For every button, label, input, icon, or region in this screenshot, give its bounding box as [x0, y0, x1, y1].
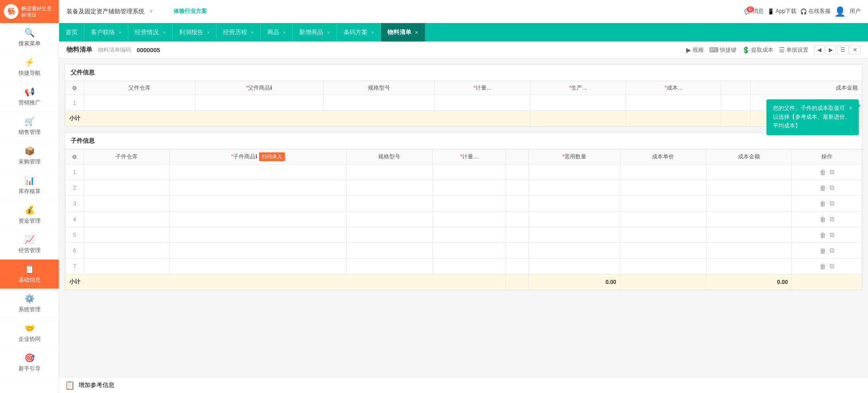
child-warehouse-cell-3[interactable]	[84, 196, 170, 212]
child-spec-cell-4[interactable]	[346, 212, 432, 227]
child-product-cell-5[interactable]	[169, 227, 346, 243]
sidebar-item-basicinfo[interactable]: 📋 基础信息	[0, 260, 59, 289]
child-warehouse-cell-6[interactable]	[84, 243, 170, 259]
parent-product-cell[interactable]	[195, 95, 323, 111]
copy-row-4-button[interactable]: ⧉	[829, 214, 835, 224]
child-unit-cost-cell-6[interactable]	[620, 243, 706, 259]
tab-经营情况[interactable]: 经营情况×	[128, 23, 172, 42]
sidebar-item-operations[interactable]: 📈 经营管理	[0, 230, 59, 260]
child-needed-qty-cell-7[interactable]	[528, 259, 620, 274]
sidebar-item-inventory[interactable]: 📊 库存核算	[0, 171, 59, 200]
sidebar-item-system[interactable]: ⚙️ 系统管理	[0, 289, 59, 319]
delete-row-6-button[interactable]: 🗑	[819, 246, 827, 255]
tab-利润报告[interactable]: 利润报告×	[173, 23, 217, 42]
copy-row-1-button[interactable]: ⧉	[829, 167, 835, 177]
child-warehouse-cell-7[interactable]	[84, 259, 170, 274]
tab-物料清单[interactable]: 物料清单×	[381, 23, 425, 42]
child-needed-qty-cell-5[interactable]	[528, 227, 620, 243]
child-spec-cell-1[interactable]	[346, 164, 432, 180]
child-spec-cell-3[interactable]	[346, 196, 432, 212]
video-button[interactable]: ▶ 视频	[686, 46, 704, 54]
child-unit-cost-cell-5[interactable]	[620, 227, 706, 243]
delete-row-7-button[interactable]: 🗑	[819, 261, 827, 271]
scan-input-button[interactable]: 扫码录入	[259, 152, 285, 161]
child-warehouse-cell-4[interactable]	[84, 212, 170, 227]
copy-row-5-button[interactable]: ⧉	[829, 230, 835, 240]
child-unit-cost-cell-3[interactable]	[620, 196, 706, 212]
child-qty-unit-cell-5[interactable]	[432, 227, 506, 243]
sidebar-item-quicknav[interactable]: ⚡ 快捷导航	[0, 53, 59, 82]
sidebar-item-search[interactable]: 🔍 搜索菜单	[0, 23, 59, 53]
online-service-button[interactable]: 🎧 在线客服	[800, 7, 831, 15]
child-needed-qty-cell-3[interactable]	[528, 196, 620, 212]
parent-cost-cell[interactable]	[626, 95, 721, 111]
copy-row-2-button[interactable]: ⧉	[829, 183, 835, 193]
parent-spec-cell[interactable]	[323, 95, 434, 111]
child-qty-unit-cell-2[interactable]	[432, 180, 506, 196]
child-unit-cost-cell-4[interactable]	[620, 212, 706, 227]
child-qty-unit-cell-7[interactable]	[432, 259, 506, 274]
child-spec-cell-5[interactable]	[346, 227, 432, 243]
child-warehouse-cell-1[interactable]	[84, 164, 170, 180]
sidebar-item-guide[interactable]: 🎯 新手引导	[0, 348, 59, 378]
child-needed-qty-cell-4[interactable]	[528, 212, 620, 227]
tab-条码方案[interactable]: 条码方案×	[337, 23, 381, 42]
delete-row-5-button[interactable]: 🗑	[819, 230, 827, 240]
delete-row-1-button[interactable]: 🗑	[819, 167, 827, 177]
child-product-cell-1[interactable]	[169, 164, 346, 180]
child-unit-cost-cell-7[interactable]	[620, 259, 706, 274]
app-download-button[interactable]: 📱 App下载	[767, 7, 796, 15]
tab-首页[interactable]: 首页	[59, 23, 84, 42]
delete-row-3-button[interactable]: 🗑	[819, 199, 827, 208]
tab-close[interactable]: ×	[415, 30, 418, 35]
child-unit-cost-cell-1[interactable]	[620, 164, 706, 180]
messages-button[interactable]: 💬 6 消息	[744, 7, 764, 15]
delete-row-2-button[interactable]: 🗑	[819, 183, 827, 193]
extract-cost-button[interactable]: 💲 提取成本	[742, 46, 773, 54]
child-product-cell-6[interactable]	[169, 243, 346, 259]
copy-row-3-button[interactable]: ⧉	[829, 199, 835, 208]
delete-row-4-button[interactable]: 🗑	[819, 214, 827, 224]
sidebar-item-sales[interactable]: 🛒 销售管理	[0, 112, 59, 141]
single-settings-button[interactable]: ☰ 单据设置	[779, 46, 808, 54]
parent-warehouse-cell[interactable]	[84, 95, 195, 111]
child-needed-qty-cell-2[interactable]	[528, 180, 620, 196]
sidebar-item-enterprise[interactable]: 🤝 企业协同	[0, 319, 59, 348]
child-product-cell-2[interactable]	[169, 180, 346, 196]
tab-商品[interactable]: 商品×	[261, 23, 293, 42]
experience-plan-button[interactable]: 体验行业方案	[168, 6, 212, 17]
avatar[interactable]: 👤	[834, 6, 846, 17]
child-spec-cell-7[interactable]	[346, 259, 432, 274]
copy-row-6-button[interactable]: ⧉	[829, 246, 835, 255]
tab-新增商品[interactable]: 新增商品×	[293, 23, 337, 42]
tab-close[interactable]: ×	[283, 30, 286, 35]
child-product-cell-3[interactable]	[169, 196, 346, 212]
parent-prod-cell[interactable]	[530, 95, 626, 111]
tab-close[interactable]: ×	[371, 30, 374, 35]
child-qty-unit-cell-6[interactable]	[432, 243, 506, 259]
sidebar-item-marketing[interactable]: 📢 营销推广	[0, 82, 59, 112]
tab-经营历程[interactable]: 经营历程×	[217, 23, 260, 42]
menu-button[interactable]: ☰	[837, 45, 849, 54]
close-page-button[interactable]: ✕	[850, 45, 861, 54]
tooltip-close-button[interactable]: ×	[849, 104, 852, 113]
sidebar-item-purchase[interactable]: 📦 采购管理	[0, 141, 59, 171]
child-warehouse-cell-5[interactable]	[84, 227, 170, 243]
tab-close[interactable]: ×	[119, 30, 121, 35]
prev-page-button[interactable]: ◀	[814, 45, 825, 54]
copy-row-7-button[interactable]: ⧉	[829, 261, 835, 271]
child-spec-cell-2[interactable]	[346, 180, 432, 196]
child-qty-unit-cell-1[interactable]	[432, 164, 506, 180]
child-product-cell-7[interactable]	[169, 259, 346, 274]
child-qty-unit-cell-4[interactable]	[432, 212, 506, 227]
child-needed-qty-cell-6[interactable]	[528, 243, 620, 259]
parent-qty-cell[interactable]	[435, 95, 530, 111]
child-needed-qty-cell-1[interactable]	[528, 164, 620, 180]
tab-close[interactable]: ×	[327, 30, 330, 35]
child-qty-unit-cell-3[interactable]	[432, 196, 506, 212]
gear-icon[interactable]: ⚙	[158, 7, 164, 16]
tab-close[interactable]: ×	[251, 30, 253, 35]
child-product-cell-4[interactable]	[169, 212, 346, 227]
sidebar-item-finance[interactable]: 💰 资金管理	[0, 200, 59, 230]
child-spec-cell-6[interactable]	[346, 243, 432, 259]
